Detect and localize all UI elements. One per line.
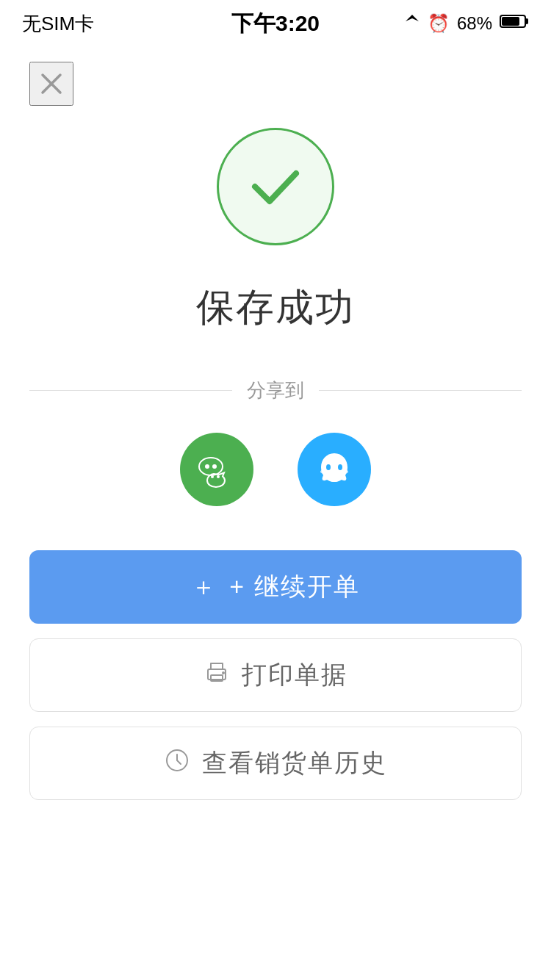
svg-point-13 xyxy=(341,469,348,474)
qq-button[interactable] xyxy=(298,433,371,506)
svg-point-11 xyxy=(338,464,342,470)
continue-label: + 继续开单 xyxy=(229,570,359,604)
battery-text: 68% xyxy=(457,13,492,34)
printer-icon xyxy=(204,659,230,691)
share-icons xyxy=(29,433,522,506)
print-button[interactable]: 打印单据 xyxy=(29,638,522,712)
close-button[interactable] xyxy=(29,62,73,106)
wechat-button[interactable] xyxy=(180,433,253,506)
action-buttons: ＋ + 继续开单 打印单据 查看销货单历 xyxy=(29,550,522,800)
history-button[interactable]: 查看销货单历史 xyxy=(29,727,522,800)
status-right: ⏰ 68% xyxy=(404,13,529,34)
plus-icon: ＋ xyxy=(191,570,217,604)
print-label: 打印单据 xyxy=(242,658,347,692)
share-label: 分享到 xyxy=(247,378,304,403)
svg-point-9 xyxy=(217,475,220,478)
status-time: 下午3:20 xyxy=(231,9,320,39)
svg-point-10 xyxy=(326,464,331,470)
svg-point-6 xyxy=(205,464,209,469)
svg-point-16 xyxy=(222,671,225,674)
history-label: 查看销货单历史 xyxy=(202,746,387,780)
svg-rect-2 xyxy=(502,17,519,26)
divider-left xyxy=(29,390,232,391)
success-circle xyxy=(217,128,334,245)
status-left: 无SIM卡 xyxy=(22,11,101,37)
svg-point-7 xyxy=(212,464,217,469)
carrier-text: 无SIM卡 xyxy=(22,11,94,37)
alarm-icon: ⏰ xyxy=(428,13,450,34)
clock-icon xyxy=(164,747,190,779)
svg-point-12 xyxy=(320,469,328,474)
qq-icon xyxy=(312,447,356,491)
divider-right xyxy=(319,390,522,391)
continue-button[interactable]: ＋ + 继续开单 xyxy=(29,550,522,624)
wechat-icon xyxy=(195,447,239,491)
svg-point-5 xyxy=(199,458,223,475)
share-section: 分享到 xyxy=(29,378,522,506)
status-bar: 无SIM卡 下午3:20 ⏰ 68% xyxy=(0,0,551,47)
share-divider: 分享到 xyxy=(29,378,522,403)
location-icon xyxy=(404,13,420,34)
checkmark-icon xyxy=(246,157,305,216)
success-title: 保存成功 xyxy=(196,282,355,334)
main-content: 保存成功 分享到 xyxy=(0,47,551,829)
svg-rect-1 xyxy=(525,18,528,24)
battery-icon xyxy=(500,13,529,34)
svg-point-8 xyxy=(211,475,214,478)
